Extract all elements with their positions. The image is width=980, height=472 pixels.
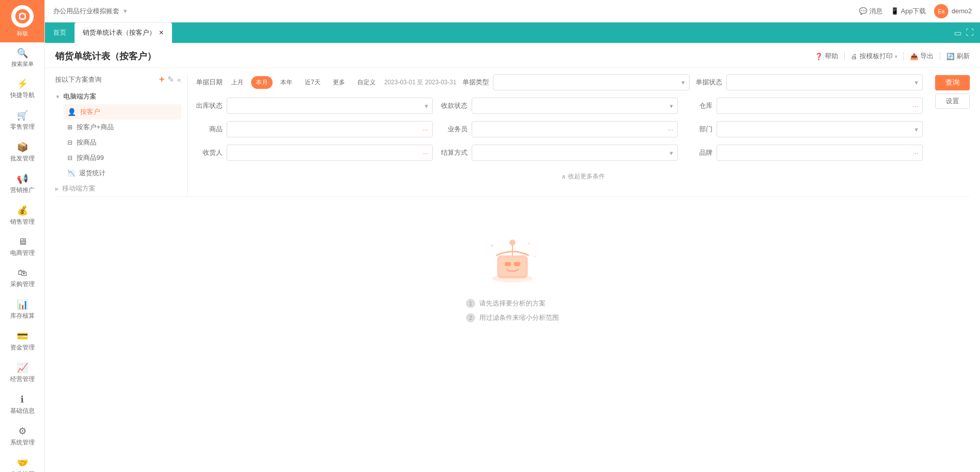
sidebar-item-quick-nav[interactable]: ⚡ 快捷导航 bbox=[0, 73, 44, 105]
sidebar-item-sales[interactable]: 💰 销售管理 bbox=[0, 200, 44, 231]
warehouse-select[interactable]: ··· bbox=[717, 98, 923, 114]
sidebar-item-search-menu[interactable]: 🔍 搜索菜单 bbox=[0, 42, 44, 73]
filter-row-date: 单据日期 上月 本月 本年 近7天 更多 自定义 bbox=[196, 74, 923, 90]
refresh-label: 刷新 bbox=[957, 52, 970, 61]
sidebar-item-label: 销售管理 bbox=[10, 218, 35, 226]
app-download-button[interactable]: 📱 App下载 bbox=[891, 7, 926, 16]
help-button[interactable]: ❓ 帮助 bbox=[815, 52, 838, 61]
scheme-edit-button[interactable]: ✎ bbox=[167, 75, 174, 84]
scheme-item-by-goods[interactable]: ⊟ 按商品 bbox=[63, 135, 181, 150]
svg-text:✦: ✦ bbox=[527, 241, 531, 246]
sidebar-item-inventory[interactable]: 📊 库存核算 bbox=[0, 294, 44, 325]
sidebar-item-retail[interactable]: 🛒 零售管理 bbox=[0, 105, 44, 136]
receipt-status-select[interactable]: ▾ bbox=[472, 98, 678, 114]
scheme-group-desktop-header[interactable]: ▼ 电脑端方案 bbox=[55, 89, 181, 104]
page-title-bar: 销货单统计表（按客户） ❓ 帮助 🖨 按模板打印 ▾ 📤 bbox=[45, 43, 980, 68]
receiver-select[interactable]: ··· bbox=[227, 145, 433, 161]
receipt-status-arrow: ▾ bbox=[670, 102, 673, 110]
sidebar-item-purchase[interactable]: 🛍 采购管理 bbox=[0, 263, 44, 294]
department-select[interactable]: ▾ bbox=[717, 121, 923, 137]
svg-rect-5 bbox=[505, 262, 511, 266]
page-content: 销货单统计表（按客户） ❓ 帮助 🖨 按模板打印 ▾ 📤 bbox=[45, 43, 980, 472]
dropdown-arrow[interactable]: ▾ bbox=[124, 7, 127, 15]
filter-main-rows: 单据日期 上月 本月 本年 近7天 更多 自定义 bbox=[196, 74, 923, 168]
tab-close-button[interactable]: ✕ bbox=[159, 29, 164, 36]
sidebar-item-wholesale[interactable]: 📦 批发管理 bbox=[0, 136, 44, 168]
settlement-arrow: ▾ bbox=[670, 149, 673, 157]
sidebar-item-operation[interactable]: 📈 经营管理 bbox=[0, 357, 44, 389]
sidebar-item-label: 电商管理 bbox=[10, 249, 35, 257]
scheme-item-by-goods-99[interactable]: ⊟ 按商品99 bbox=[63, 150, 181, 166]
scheme-group-mobile: ▶ 移动端方案 bbox=[55, 181, 181, 196]
basic-icon: ℹ bbox=[20, 394, 24, 405]
out-status-select[interactable]: ▾ bbox=[227, 98, 433, 114]
filter-out-status: 出库状态 ▾ bbox=[196, 98, 433, 114]
settlement-select[interactable]: ▾ bbox=[472, 145, 678, 161]
export-button[interactable]: 📤 导出 bbox=[910, 52, 934, 61]
sidebar-item-basic[interactable]: ℹ 基础信息 bbox=[0, 389, 44, 420]
sidebar-item-cooperation[interactable]: 🤝 企业协同 bbox=[0, 452, 44, 472]
sales-stat-tab-label: 销货单统计表（按客户） bbox=[83, 28, 156, 37]
logo-icon bbox=[11, 5, 34, 28]
order-status-select[interactable]: ▾ bbox=[726, 74, 923, 90]
purchase-icon: 🛍 bbox=[18, 268, 27, 278]
logo-text: 标版 bbox=[17, 30, 28, 37]
goods-select[interactable]: ··· bbox=[227, 121, 433, 137]
app-download-label: App下载 bbox=[901, 7, 926, 16]
sidebar-item-system[interactable]: ⚙ 系统管理 bbox=[0, 420, 44, 452]
brand-select[interactable]: ··· bbox=[717, 145, 923, 161]
settlement-label: 结算方式 bbox=[441, 148, 468, 157]
maximize-button[interactable]: ⛶ bbox=[966, 28, 974, 37]
page-title: 销货单统计表（按客户） bbox=[55, 50, 156, 62]
divider bbox=[844, 52, 845, 60]
quick-nav-icon: ⚡ bbox=[17, 78, 28, 89]
scheme-collapse-button[interactable]: « bbox=[177, 76, 181, 84]
filter-settlement: 结算方式 ▾ bbox=[441, 145, 678, 161]
minimize-button[interactable]: ▭ bbox=[954, 28, 962, 38]
collapse-bar[interactable]: ∧ 收起更多条件 bbox=[196, 168, 970, 187]
department-arrow: ▾ bbox=[915, 126, 918, 133]
scheme-add-button[interactable]: + bbox=[159, 74, 165, 85]
sidebar-item-ecommerce[interactable]: 🖥 电商管理 bbox=[0, 231, 44, 263]
sidebar: 标版 🔍 搜索菜单 ⚡ 快捷导航 🛒 零售管理 📦 批发管理 📢 营销推广 💰 … bbox=[0, 0, 45, 472]
receipt-status-label: 收款状态 bbox=[441, 101, 468, 110]
scheme-group-mobile-header[interactable]: ▶ 移动端方案 bbox=[55, 181, 181, 196]
order-type-label: 单据类型 bbox=[462, 78, 489, 87]
scheme-panel-title: 按以下方案查询 bbox=[55, 75, 102, 84]
settings-button[interactable]: 设置 bbox=[935, 93, 970, 109]
sidebar-item-finance[interactable]: 💳 资金管理 bbox=[0, 325, 44, 357]
sidebar-item-marketing[interactable]: 📢 营销推广 bbox=[0, 168, 44, 200]
goods-label: 商品 bbox=[196, 125, 223, 134]
goods-99-icon: ⊟ bbox=[67, 154, 72, 161]
scheme-item-by-customer[interactable]: 👤 按客户 bbox=[63, 104, 181, 120]
user-menu[interactable]: Ea demo2 bbox=[934, 4, 972, 18]
tab-sales-stat[interactable]: 销货单统计表（按客户） ✕ bbox=[75, 22, 172, 43]
refresh-button[interactable]: 🔄 刷新 bbox=[946, 52, 970, 61]
scheme-group-arrow: ▼ bbox=[55, 94, 60, 100]
step-1-num: 1 bbox=[466, 299, 475, 308]
empty-steps: 1 请先选择要分析的方案 2 用过滤条件来缩小分析范围 bbox=[466, 299, 559, 327]
scheme-group-desktop-label: 电脑端方案 bbox=[63, 92, 96, 101]
date-btn-more[interactable]: 更多 bbox=[328, 76, 350, 89]
date-btn-custom[interactable]: 自定义 bbox=[353, 76, 380, 89]
action-buttons: 查询 设置 bbox=[929, 74, 970, 109]
goods-icon: ⊟ bbox=[67, 139, 72, 146]
date-btn-this-month[interactable]: 本月 bbox=[251, 76, 273, 89]
query-button[interactable]: 查询 bbox=[935, 75, 970, 90]
filter-order-type: 单据类型 ▾ bbox=[462, 74, 690, 90]
message-button[interactable]: 💬 消息 bbox=[859, 7, 883, 16]
tab-home[interactable]: 首页 bbox=[45, 22, 75, 43]
sidebar-item-label: 基础信息 bbox=[10, 407, 35, 415]
logo-area: 标版 bbox=[0, 0, 44, 42]
scheme-item-by-customer-goods[interactable]: ⊞ 按客户+商品 bbox=[63, 120, 181, 135]
salesperson-select[interactable]: ··· bbox=[472, 121, 678, 137]
date-btn-last-7[interactable]: 近7天 bbox=[300, 76, 325, 89]
scheme-item-return-stat[interactable]: 📉 退货统计 bbox=[63, 166, 181, 181]
date-btn-this-year[interactable]: 本年 bbox=[276, 76, 297, 89]
template-print-button[interactable]: 🖨 按模板打印 ▾ bbox=[851, 52, 897, 61]
search-icon: 🔍 bbox=[17, 48, 28, 59]
order-type-select[interactable]: ▾ bbox=[493, 74, 690, 90]
scheme-item-label: 按商品99 bbox=[77, 153, 104, 162]
sidebar-item-label: 营销推广 bbox=[10, 186, 35, 195]
date-btn-last-month[interactable]: 上月 bbox=[227, 76, 248, 89]
